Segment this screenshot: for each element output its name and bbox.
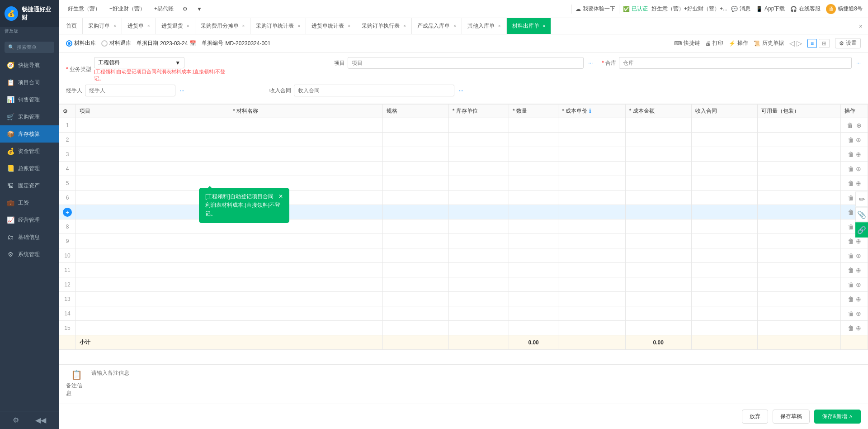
notes-input[interactable] — [91, 369, 861, 382]
date-value[interactable]: 2023-03-24 — [160, 40, 188, 47]
sidebar-item-accounting[interactable]: 📒 总账管理 — [0, 160, 59, 177]
right-tool-clip[interactable]: 📎 — [855, 207, 868, 222]
tab-close-inbound-return[interactable]: × — [187, 24, 189, 29]
agent-input[interactable] — [85, 85, 175, 96]
save-draft-button[interactable]: 保存草稿 — [773, 410, 810, 424]
grid-view-btn[interactable]: ⊞ — [819, 39, 830, 48]
row-material[interactable] — [229, 118, 382, 133]
tab-close-purchase-order[interactable]: × — [113, 24, 116, 29]
tab-close-finished-goods[interactable]: × — [453, 24, 456, 29]
agent-dots-icon[interactable]: ··· — [180, 87, 184, 94]
tooltip-close-btn[interactable]: ✕ — [278, 192, 283, 201]
right-tool-pencil[interactable]: ✏ — [855, 192, 868, 207]
th-spec[interactable]: 规格 — [382, 105, 448, 118]
sidebar-item-sales[interactable]: 📊 销售管理 — [0, 91, 59, 108]
row-delete-btn[interactable]: 🗑 — [848, 209, 854, 216]
settings-bottom-icon[interactable]: ⚙ — [13, 416, 19, 424]
sidebar-item-purchase[interactable]: 🛒 采购管理 — [0, 108, 59, 125]
sidebar-item-inventory[interactable]: 📦 库存核算 — [0, 125, 59, 143]
tab-purchase-cost[interactable]: 采购费用分摊单 × — [195, 18, 251, 34]
row-cost-amount[interactable] — [625, 118, 691, 133]
row-stock-unit[interactable] — [448, 118, 509, 133]
topbar-app-download[interactable]: 📱 App下载 — [756, 5, 785, 13]
table-scroll[interactable]: ⚙ 项目 * 材料名称 规格 * 库存单位 * 数量 * 成本单价 ℹ * 成 — [59, 104, 868, 364]
row-delete-btn[interactable]: 🗑 — [848, 136, 854, 143]
tab-purchase-stats[interactable]: 采购订单统计表 × — [250, 18, 306, 34]
row-copy-btn[interactable]: ⊕ — [856, 267, 861, 274]
radio-material-outbound[interactable]: 材料出库 — [66, 39, 96, 47]
row-delete-btn[interactable]: 🗑 — [848, 267, 854, 274]
business-type-select[interactable]: 工程领料 ▼ — [94, 57, 184, 68]
tab-close-other-inbound[interactable]: × — [498, 24, 501, 29]
topbar-plus-good-finance[interactable]: +好业财（营） — [106, 3, 149, 14]
row-delete-btn[interactable]: 🗑 — [848, 310, 854, 317]
tab-inbound-return[interactable]: 进货退货 × — [156, 18, 195, 34]
row-qty[interactable] — [509, 118, 558, 133]
tab-purchase-exec[interactable]: 采购订单执行表 × — [356, 18, 412, 34]
row-delete-btn[interactable]: 🗑 — [848, 324, 854, 332]
topbar-settings-icon[interactable]: ⚙ — [179, 4, 191, 14]
tab-inbound[interactable]: 进货单 × — [122, 18, 156, 34]
topbar-certified[interactable]: ✅ 已认证 — [623, 5, 648, 13]
topbar-experience[interactable]: ☁ 我要体验一下 — [576, 5, 615, 13]
th-cost-amount[interactable]: * 成本金额 — [625, 105, 691, 118]
tab-purchase-order[interactable]: 采购订单 × — [83, 18, 122, 34]
collapse-icon[interactable]: ◀◀ — [35, 416, 46, 424]
calendar-icon[interactable]: 📅 — [189, 40, 196, 47]
row-delete-btn[interactable]: 🗑 — [848, 281, 854, 288]
row-copy-btn[interactable]: ⊕ — [856, 180, 861, 187]
add-row-btn[interactable]: + — [63, 208, 72, 217]
th-qty[interactable]: * 数量 — [509, 105, 558, 118]
row-project[interactable] — [76, 118, 229, 133]
th-stock-unit[interactable]: * 库存单位 — [448, 105, 509, 118]
right-tool-link[interactable]: 🔗 — [855, 223, 868, 238]
income-contract-input[interactable] — [294, 85, 454, 96]
row-copy-btn[interactable]: ⊕ — [856, 324, 861, 332]
th-available[interactable]: 可用量（包装） — [757, 105, 840, 118]
tab-home[interactable]: 首页 — [61, 18, 83, 34]
row-delete-btn[interactable]: 🗑 — [848, 180, 854, 187]
row-delete-btn[interactable]: 🗑 — [848, 165, 854, 172]
th-project[interactable]: 项目 — [76, 105, 229, 118]
prev-page-icon[interactable]: ◁ — [789, 39, 795, 48]
sidebar-item-finance[interactable]: 💰 资金管理 — [0, 143, 59, 160]
operation-btn[interactable]: ⚡ 操作 — [729, 39, 748, 47]
row-copy-btn[interactable]: ⊕ — [856, 136, 861, 143]
discard-button[interactable]: 放弃 — [742, 410, 768, 424]
th-cost[interactable]: * 成本单价 ℹ — [558, 105, 625, 118]
sidebar-item-system[interactable]: ⚙ 系统管理 — [0, 246, 59, 263]
row-copy-btn[interactable]: ⊕ — [856, 165, 861, 172]
sidebar-item-fixed-assets[interactable]: 🏗 固定资产 — [0, 177, 59, 194]
topbar-dropdown-icon[interactable]: ▼ — [193, 4, 206, 14]
print-btn[interactable]: 🖨 打印 — [705, 39, 723, 47]
row-delete-btn[interactable]: 🗑 — [848, 238, 854, 245]
row-copy-btn[interactable]: ⊕ — [856, 252, 861, 259]
row-delete-btn[interactable]: 🗑 — [847, 122, 853, 129]
project-input[interactable] — [348, 57, 584, 69]
row-delete-btn[interactable]: 🗑 — [848, 194, 854, 201]
th-income-contract[interactable]: 收入合同 — [691, 105, 757, 118]
next-page-icon[interactable]: ▷ — [797, 39, 802, 48]
sidebar-item-quick-nav[interactable]: 🧭 快捷导航 — [0, 57, 59, 74]
topbar-plus-agent[interactable]: +易代账 — [151, 3, 177, 14]
warehouse-input[interactable] — [619, 57, 852, 69]
tab-close-inbound-stats[interactable]: × — [348, 24, 350, 29]
row-copy-btn[interactable]: ⊕ — [856, 296, 861, 303]
th-settings[interactable]: ⚙ — [59, 105, 76, 118]
tab-other-inbound[interactable]: 其他入库单 × — [462, 18, 507, 34]
tab-close-purchase-exec[interactable]: × — [403, 24, 406, 29]
row-delete-btn[interactable]: 🗑 — [848, 223, 854, 230]
sidebar-item-operations[interactable]: 📈 经营管理 — [0, 211, 59, 229]
row-available[interactable] — [757, 118, 840, 133]
topbar-good-business[interactable]: 好生意（营） — [64, 3, 104, 14]
topbar-online-service[interactable]: 🎧 在线客服 — [790, 5, 821, 13]
row-copy-btn[interactable]: ⊕ — [856, 122, 862, 129]
radio-material-return[interactable]: 材料退库 — [101, 39, 131, 47]
tab-close-purchase-stats[interactable]: × — [297, 24, 300, 29]
row-copy-btn[interactable]: ⊕ — [856, 281, 861, 288]
history-btn[interactable]: 📜 历史单据 — [754, 39, 784, 47]
row-delete-btn[interactable]: 🗑 — [848, 151, 854, 158]
shortcut-key-btn[interactable]: ⌨ 快捷键 — [674, 39, 700, 47]
row-cost[interactable] — [558, 118, 625, 133]
tab-material-outbound[interactable]: 材料出库单 × — [507, 18, 552, 34]
